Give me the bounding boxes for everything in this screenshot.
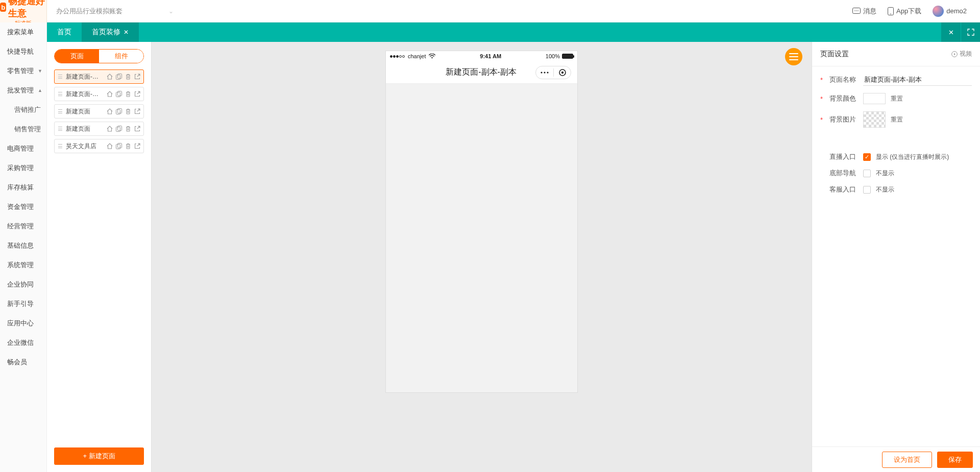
close-all-icon[interactable]: ✕ <box>941 22 961 42</box>
delete-icon[interactable] <box>125 74 131 80</box>
delete-icon[interactable] <box>125 143 131 149</box>
sidebar-item-10[interactable]: 经营管理 <box>0 217 46 236</box>
copy-icon[interactable] <box>116 143 122 149</box>
copy-icon[interactable] <box>116 126 122 132</box>
sidebar-item-6[interactable]: 电商管理 <box>0 139 46 158</box>
sidebar-item-4[interactable]: 营销推广 <box>0 100 46 120</box>
account-selector[interactable]: 办公用品行业模拟账套 ⌄ <box>56 7 174 16</box>
messages-link[interactable]: 消息 <box>852 7 876 16</box>
svg-rect-11 <box>118 109 122 113</box>
sidebar-item-17[interactable]: 畅会员 <box>0 352 46 372</box>
copy-icon[interactable] <box>116 74 122 80</box>
open-icon[interactable] <box>134 91 140 97</box>
seg-component[interactable]: 组件 <box>99 50 143 63</box>
sidebar-item-7[interactable]: 采购管理 <box>0 158 46 178</box>
save-button[interactable]: 保存 <box>937 452 973 468</box>
page-item-name: 新建页面-副本 <box>66 90 104 99</box>
tab-home-label: 首页 <box>57 28 71 37</box>
open-icon[interactable] <box>134 108 140 114</box>
reset-bg-image[interactable]: 重置 <box>891 115 903 124</box>
row-bg-color: *背景颜色 重置 <box>820 93 972 104</box>
page-item-3[interactable]: ☰新建页面 <box>54 122 144 136</box>
delete-icon[interactable] <box>125 126 131 132</box>
copy-icon[interactable] <box>116 91 122 97</box>
input-page-name[interactable] <box>863 74 972 86</box>
grip-icon: ☰ <box>58 91 63 98</box>
svg-rect-9 <box>118 91 122 96</box>
checkbox-live[interactable]: ✓ <box>863 153 871 161</box>
user-menu[interactable]: demo2 <box>933 6 967 17</box>
svg-rect-13 <box>118 126 122 131</box>
logo[interactable]: b畅捷通好生意 标准版 <box>0 0 47 22</box>
checkbox-cs[interactable] <box>863 186 871 194</box>
page-item-1[interactable]: ☰新建页面-副本 <box>54 87 144 101</box>
bg-color-swatch[interactable] <box>863 93 886 104</box>
sidebar-item-1[interactable]: 快捷导航 <box>0 42 46 61</box>
home-icon[interactable] <box>107 108 113 114</box>
home-icon[interactable] <box>107 74 113 80</box>
svg-point-21 <box>561 71 563 73</box>
row-live-entry: 直播入口 ✓ 显示 (仅当进行直播时展示) <box>820 152 972 161</box>
target-icon[interactable] <box>553 68 571 77</box>
fullscreen-icon[interactable] <box>961 22 980 42</box>
delete-icon[interactable] <box>125 91 131 97</box>
sidebar-item-11[interactable]: 基础信息 <box>0 236 46 255</box>
svg-rect-7 <box>118 74 122 79</box>
delete-icon[interactable] <box>125 108 131 114</box>
sidebar-item-3[interactable]: 批发管理▲ <box>0 81 46 100</box>
home-icon[interactable] <box>107 126 113 132</box>
grip-icon: ☰ <box>58 126 63 132</box>
sidebar-item-12[interactable]: 系统管理 <box>0 255 46 275</box>
chevron-down-icon: ⌄ <box>168 8 174 15</box>
seg-page[interactable]: 页面 <box>55 50 99 63</box>
mini-program-capsule[interactable] <box>535 66 571 79</box>
menu-fab-button[interactable] <box>785 48 802 65</box>
label-bottom-nav: 底部导航 <box>829 169 858 178</box>
logo-text: 畅捷通好生意 <box>8 0 46 19</box>
page-item-name: 新建页面 <box>66 107 104 116</box>
sidebar-item-label: 库存核算 <box>7 183 34 192</box>
sidebar-item-0[interactable]: 搜索菜单 <box>0 22 46 42</box>
page-item-0[interactable]: ☰新建页面-副本... <box>54 69 144 84</box>
open-icon[interactable] <box>134 143 140 149</box>
reset-bg-color[interactable]: 重置 <box>891 95 903 103</box>
svg-rect-6 <box>116 75 120 80</box>
sidebar-item-label: 零售管理 <box>7 66 34 76</box>
phone-time: 9:41 AM <box>480 53 501 59</box>
sidebar-item-13[interactable]: 企业协同 <box>0 275 46 294</box>
page-item-4[interactable]: ☰昊天文具店 <box>54 139 144 153</box>
home-icon[interactable] <box>107 143 113 149</box>
open-icon[interactable] <box>134 74 140 80</box>
grip-icon: ☰ <box>58 143 63 150</box>
sidebar-item-16[interactable]: 企业微信 <box>0 333 46 352</box>
sidebar-item-15[interactable]: 应用中心 <box>0 314 46 333</box>
home-icon[interactable] <box>107 91 113 97</box>
sidebar-item-2[interactable]: 零售管理▼ <box>0 61 46 81</box>
more-icon[interactable] <box>536 72 553 74</box>
video-help-link[interactable]: 视频 <box>951 50 972 58</box>
sidebar-item-8[interactable]: 库存核算 <box>0 178 46 197</box>
grip-icon: ☰ <box>58 108 63 115</box>
set-home-button[interactable]: 设为首页 <box>882 452 932 468</box>
svg-point-1 <box>854 10 855 11</box>
checkbox-bottom-nav[interactable] <box>863 170 871 177</box>
bg-image-swatch[interactable] <box>863 111 886 128</box>
new-page-button[interactable]: + 新建页面 <box>54 447 144 465</box>
close-icon[interactable]: ✕ <box>124 29 129 36</box>
tab-home[interactable]: 首页 <box>47 22 82 42</box>
sidebar-item-14[interactable]: 新手引导 <box>0 294 46 314</box>
phone-status-bar: chanjet 9:41 AM 100% <box>386 51 577 61</box>
svg-point-16 <box>432 57 433 58</box>
tab-decor[interactable]: 首页装修 ✕ <box>82 22 139 42</box>
copy-icon[interactable] <box>116 108 122 114</box>
app-download-link[interactable]: App下载 <box>888 7 921 16</box>
open-icon[interactable] <box>134 126 140 132</box>
row-bg-image: *背景图片 重置 <box>820 111 972 128</box>
logo-icon: b <box>0 3 6 12</box>
sidebar-item-label: 基础信息 <box>7 241 34 250</box>
sidebar-item-5[interactable]: 销售管理 <box>0 120 46 139</box>
label-page-name: 页面名称 <box>829 75 858 84</box>
page-item-2[interactable]: ☰新建页面 <box>54 104 144 119</box>
sidebar-item-9[interactable]: 资金管理 <box>0 197 46 217</box>
svg-rect-8 <box>116 92 120 97</box>
